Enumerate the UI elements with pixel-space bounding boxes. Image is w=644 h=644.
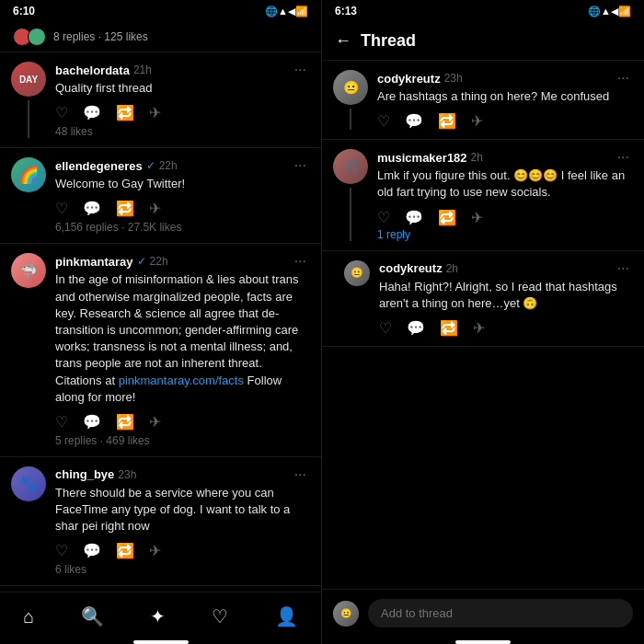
tweet-text-r2: Lmk if you figure this out. 😊😊😊 I feel l… [377, 167, 633, 201]
avatar-cody1: 😐 [333, 70, 368, 105]
tweet-header-1: bachelordata 21h ··· [55, 62, 310, 78]
status-icons-left: 🌐▲◀📶 [265, 6, 308, 17]
comment-btn-r1[interactable]: 💬 [405, 112, 423, 130]
tweet-music: 🎵 musicmaker182 2h ··· Lmk if you figure… [322, 140, 644, 250]
thread-line-r1 [350, 109, 351, 130]
retweet-btn-r1[interactable]: 🔁 [438, 112, 456, 130]
tweet-left-4: 🐾 [11, 466, 46, 577]
username-3: pinkmantaray [55, 255, 133, 269]
more-btn-r2[interactable]: ··· [614, 149, 633, 166]
retweet-btn-2[interactable]: 🔁 [116, 200, 134, 217]
avatar-bachelordata: DAY [11, 62, 46, 97]
time-r1: 23h [444, 72, 463, 85]
nav-search[interactable]: 🔍 [74, 602, 111, 631]
nav-like[interactable]: ♡ [204, 602, 236, 631]
retweet-btn-4[interactable]: 🔁 [116, 542, 134, 559]
tweet-header-2: ellendegeneres ✓ 22h ··· [55, 157, 310, 174]
nav-profile[interactable]: 👤 [268, 602, 305, 631]
share-btn-4[interactable]: ✈ [149, 542, 161, 559]
thread-line-1 [28, 100, 29, 138]
retweet-btn-r3[interactable]: 🔁 [440, 319, 458, 337]
share-btn-2[interactable]: ✈ [149, 200, 161, 217]
tweet-header-3: pinkmantaray ✓ 22h ··· [55, 253, 310, 270]
tweet-actions-3: ♡ 💬 🔁 ✈ [55, 413, 310, 431]
retweet-btn-1[interactable]: 🔁 [116, 104, 134, 121]
add-thread-input[interactable] [368, 599, 633, 627]
share-btn-3[interactable]: ✈ [149, 413, 161, 431]
more-btn-1[interactable]: ··· [291, 62, 310, 78]
more-btn-r3[interactable]: ··· [614, 260, 633, 277]
add-thread-bar: 😐 [322, 589, 644, 637]
like-btn-r1[interactable]: ♡ [377, 112, 390, 130]
more-btn-2[interactable]: ··· [291, 157, 310, 174]
tweet-body-2: ellendegeneres ✓ 22h ··· Welcome to Gay … [55, 157, 310, 234]
username-r1: codykreutz [377, 72, 441, 86]
like-btn-3[interactable]: ♡ [55, 413, 68, 431]
username-4: ching_bye [55, 467, 114, 481]
tweet-text-1: Quality first thread [55, 80, 310, 97]
nav-home[interactable]: ⌂ [16, 603, 41, 631]
tweet-body-1: bachelordata 21h ··· Quality first threa… [55, 62, 310, 138]
username-r3: codykreutz [379, 261, 443, 275]
username-r2: musicmaker182 [377, 151, 467, 165]
home-indicator-left [133, 640, 189, 644]
tweet-stats-3: 5 replies · 469 likes [55, 434, 310, 447]
notification-bar: 8 replies · 125 likes [0, 22, 321, 52]
more-btn-3[interactable]: ··· [291, 253, 310, 270]
time-r2: 2h [471, 151, 483, 164]
tweet-stats-1: 48 likes [55, 125, 310, 138]
notif-avatars [13, 28, 46, 46]
comment-btn-1[interactable]: 💬 [83, 104, 101, 121]
tweet-bachelordata: DAY bachelordata 21h ··· Quality first t… [0, 52, 321, 148]
right-feed: 😐 codykreutz 23h ··· Are hashtags a thin… [322, 61, 644, 589]
share-btn-1[interactable]: ✈ [149, 104, 161, 121]
thread-line-r2 [350, 188, 351, 240]
tweet-ching: 🐾 ching_bye 23h ··· There should be a se… [0, 457, 321, 587]
comment-btn-4[interactable]: 💬 [83, 542, 101, 559]
tweet-header-4: ching_bye 23h ··· [55, 466, 310, 483]
like-btn-1[interactable]: ♡ [55, 104, 68, 121]
like-btn-4[interactable]: ♡ [55, 542, 68, 559]
share-btn-r1[interactable]: ✈ [471, 112, 483, 130]
time-left: 6:10 [13, 5, 35, 17]
tweet-ellen: 🌈 ellendegeneres ✓ 22h ··· Welcome to Ga… [0, 148, 321, 244]
tweet-actions-2: ♡ 💬 🔁 ✈ [55, 200, 310, 217]
username-2: ellendegeneres [55, 159, 143, 173]
comment-btn-2[interactable]: 💬 [83, 200, 101, 217]
tweet-text-4: There should be a service where you can … [55, 485, 310, 535]
share-btn-r2[interactable]: ✈ [471, 209, 483, 226]
like-btn-r3[interactable]: ♡ [379, 319, 392, 337]
tweet-cody2: 😐 codykreutz 2h ··· Haha! Right?! Alrigh… [322, 251, 644, 347]
comment-btn-r3[interactable]: 💬 [407, 319, 425, 337]
time-2: 22h [159, 159, 178, 172]
back-button[interactable]: ← [335, 31, 351, 51]
tweet-header-r2: musicmaker182 2h ··· [377, 149, 633, 166]
avatar-cody2: 😐 [344, 260, 370, 286]
time-3: 22h [150, 255, 168, 268]
status-bar-left: 6:10 🌐▲◀📶 [0, 0, 321, 22]
retweet-btn-r2[interactable]: 🔁 [438, 209, 456, 226]
status-icons-right: 🌐▲◀📶 [588, 6, 631, 17]
tweet-cody1: 😐 codykreutz 23h ··· Are hashtags a thin… [322, 61, 644, 140]
more-btn-r1[interactable]: ··· [614, 70, 633, 86]
tweet-text-r3: Haha! Right?! Alright, so I read that ha… [379, 279, 633, 312]
tweet-link-3[interactable]: pinkmantaray.com/facts [119, 374, 244, 387]
thread-header: ← Thread [322, 22, 644, 61]
verified-2: ✓ [146, 159, 155, 172]
tweet-actions-r3: ♡ 💬 🔁 ✈ [379, 319, 633, 337]
more-btn-4[interactable]: ··· [291, 466, 310, 483]
right-panel: 6:13 🌐▲◀📶 ← Thread 😐 codykreutz 23h [322, 0, 644, 644]
avatar-ellen: 🌈 [11, 157, 46, 192]
nav-post[interactable]: ✦ [143, 602, 173, 631]
like-btn-2[interactable]: ♡ [55, 200, 68, 217]
time-4: 23h [118, 468, 136, 481]
like-btn-r2[interactable]: ♡ [377, 209, 390, 226]
comment-btn-3[interactable]: 💬 [83, 413, 101, 431]
time-r3: 2h [446, 262, 458, 275]
left-feed: DAY bachelordata 21h ··· Quality first t… [0, 52, 321, 592]
verified-3: ✓ [137, 255, 146, 268]
tweet-body-3: pinkmantaray ✓ 22h ··· In the age of mis… [55, 253, 310, 447]
share-btn-r3[interactable]: ✈ [473, 319, 485, 337]
comment-btn-r2[interactable]: 💬 [405, 209, 423, 226]
retweet-btn-3[interactable]: 🔁 [116, 413, 134, 431]
